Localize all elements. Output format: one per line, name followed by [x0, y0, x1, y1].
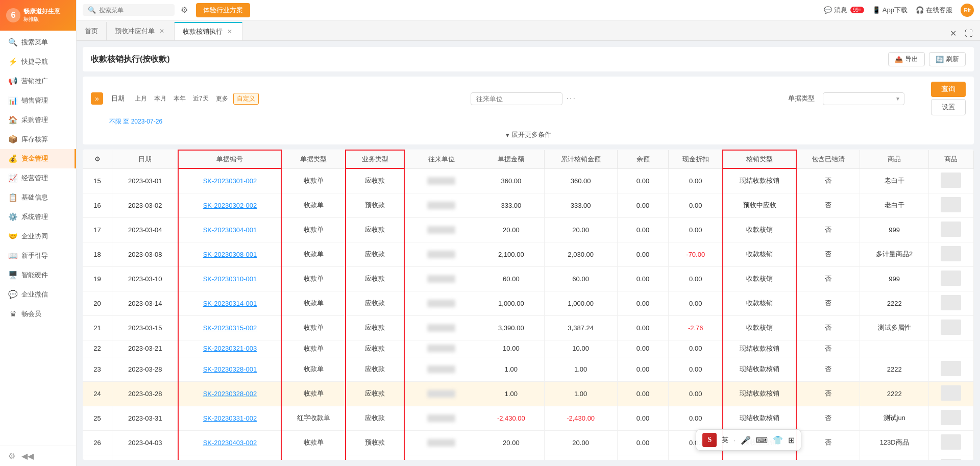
col-header-cancel-type: 核销类型	[723, 150, 796, 168]
tab-prepayment-close[interactable]: ✕	[158, 27, 166, 35]
app-download-button[interactable]: 📱 App下载	[872, 6, 908, 15]
filter-expand-button[interactable]: »	[91, 92, 103, 105]
cell-goods-5: 2222	[860, 291, 928, 315]
sidebar-item-wechat[interactable]: 💬 企业微信	[0, 285, 76, 304]
cell-include-settled-4: 否	[796, 266, 860, 291]
sidebar-icon-operation: 📈	[8, 174, 17, 183]
search-input[interactable]	[99, 7, 160, 14]
col-header-settings[interactable]: ⚙	[83, 150, 112, 168]
cell-balance-12: 0.00	[617, 455, 669, 460]
main-area: 🔍 ⚙ 体验行业方案 💬 消息 99+ 📱 App下载 🎧 在线客服 Rit	[77, 0, 980, 466]
cell-num-4: 19	[83, 266, 112, 291]
order-no-link-10[interactable]: SK-20230331-002	[203, 414, 257, 422]
order-no-link-3[interactable]: SK-20230308-001	[203, 251, 257, 258]
table-row: 26 2023-04-03 SK-20230403-002 收款单 预收款 ██…	[83, 430, 974, 455]
sidebar-item-purchase[interactable]: 🏠 采购管理	[0, 110, 76, 130]
tab-prepayment[interactable]: 预收冲应付单 ✕	[107, 22, 175, 40]
sidebar-item-search[interactable]: 🔍 搜索菜单	[0, 33, 76, 52]
sidebar-item-operation[interactable]: 📈 经营管理	[0, 168, 76, 188]
ime-shirt-icon[interactable]: 👕	[773, 435, 783, 445]
cell-cancel-type-9: 现结收款核销	[723, 381, 796, 406]
table-row: 15 2023-03-01 SK-20230301-002 收款单 应收款 ██…	[83, 168, 974, 193]
logo-icon: 6	[6, 8, 20, 22]
cell-balance-5: 0.00	[617, 291, 669, 315]
collapse-icon[interactable]: ◀◀	[21, 451, 34, 461]
export-icon: 📤	[895, 56, 903, 63]
date-opt-last-month[interactable]: 上月	[133, 93, 149, 104]
tab-close-icon[interactable]: ✕	[948, 27, 959, 40]
sidebar-item-vip[interactable]: ♛ 畅会员	[0, 304, 76, 324]
order-no-link-11[interactable]: SK-20230403-002	[203, 439, 257, 447]
settings-icon[interactable]: ⚙	[8, 451, 15, 461]
date-opt-custom[interactable]: 自定义	[233, 93, 259, 105]
order-no-link-9[interactable]: SK-20230328-002	[203, 390, 257, 398]
tab-maximize-icon[interactable]: ⛶	[963, 27, 975, 40]
cell-goods-6: 测试多属性	[860, 315, 928, 340]
cell-amount-2: 20.00	[478, 217, 544, 242]
sidebar-item-system[interactable]: ⚙️ 系统管理	[0, 207, 76, 227]
order-no-link-4[interactable]: SK-20230310-001	[203, 275, 257, 283]
order-type-select[interactable]	[823, 92, 904, 105]
message-label: 消息	[834, 6, 847, 15]
sidebar-label-vip: 畅会员	[21, 309, 41, 318]
order-no-link-7[interactable]: SK-20230321-003	[203, 345, 257, 352]
sidebar-item-hardware[interactable]: 🖥️ 智能硬件	[0, 265, 76, 285]
sidebar-item-quick[interactable]: ⚡ 快捷导航	[0, 52, 76, 71]
user-avatar[interactable]: Rit	[961, 4, 974, 17]
cell-include-settled-1: 否	[796, 193, 860, 217]
order-no-link-8[interactable]: SK-20230328-001	[203, 365, 257, 373]
cell-num-12: 27	[83, 455, 112, 460]
tab-home[interactable]: 首页	[77, 22, 107, 40]
cell-order-type-10: 红字收款单	[281, 406, 345, 430]
cell-date-2: 2023-03-04	[112, 217, 179, 242]
order-no-link-1[interactable]: SK-20230302-002	[203, 202, 257, 209]
ime-grid-icon[interactable]: ⊞	[788, 435, 795, 445]
refresh-button[interactable]: 🔄 刷新	[929, 52, 966, 66]
ime-voice-icon[interactable]: 🎤	[741, 435, 751, 445]
message-button[interactable]: 💬 消息 99+	[824, 6, 864, 15]
sidebar-item-finance[interactable]: 💰 资金管理	[0, 149, 76, 168]
ime-keyboard-icon[interactable]: ⌨	[756, 435, 768, 445]
filter-settings-button[interactable]: 设置	[931, 99, 966, 115]
tab-collection-close[interactable]: ✕	[226, 28, 234, 36]
order-no-link-2[interactable]: SK-20230304-001	[203, 226, 257, 234]
sidebar-icon-search: 🔍	[8, 38, 17, 47]
cell-goods-0: 老白干	[860, 168, 928, 193]
sidebar-item-marketing[interactable]: 📢 营销推广	[0, 71, 76, 91]
tab-collection[interactable]: 收款核销执行 ✕	[175, 22, 242, 40]
table-wrapper[interactable]: ⚙ 日期 单据编号 单据类型 业务类型 往来单位 单据金额 累计核销金额 余额 …	[83, 150, 974, 460]
partner-dots[interactable]: ···	[567, 94, 576, 103]
date-opt-this-year[interactable]: 本年	[172, 93, 188, 104]
sidebar-item-enterprise[interactable]: 🤝 企业协同	[0, 227, 76, 246]
sidebar-label-basic: 基础信息	[21, 193, 48, 202]
date-opt-more[interactable]: 更多	[214, 93, 230, 104]
trial-button[interactable]: 体验行业方案	[196, 3, 250, 17]
expand-more-button[interactable]: ▾ 展开更多条件	[91, 130, 966, 139]
sidebar-item-sales[interactable]: 📊 销售管理	[0, 91, 76, 110]
page-header: 收款核销执行(按收款) 📤 导出 🔄 刷新	[83, 47, 974, 71]
cell-biz-type-11: 预收款	[346, 430, 404, 455]
partner-value-5: ██████	[427, 300, 455, 307]
order-no-link-0[interactable]: SK-20230301-002	[203, 177, 257, 185]
search-area[interactable]: 🔍	[83, 4, 175, 16]
export-button[interactable]: 📤 导出	[888, 52, 925, 66]
sidebar-item-guide[interactable]: 📖 新手引导	[0, 246, 76, 265]
sidebar-item-basic[interactable]: 📋 基础信息	[0, 188, 76, 207]
date-opt-this-month[interactable]: 本月	[152, 93, 168, 104]
online-service-button[interactable]: 🎧 在线客服	[916, 6, 952, 15]
date-opt-7days[interactable]: 近7天	[191, 93, 211, 104]
cell-order-no-0: SK-20230301-002	[178, 168, 281, 193]
query-button[interactable]: 查询	[931, 82, 966, 97]
sidebar: 6 畅康道好生意 标推版 🔍 搜索菜单 ⚡ 快捷导航 📢 营销推广 📊 销售管理…	[0, 0, 77, 466]
order-no-link-5[interactable]: SK-20230314-001	[203, 300, 257, 307]
cell-order-type-3: 收款单	[281, 242, 345, 266]
cell-order-type-7: 收款单	[281, 340, 345, 357]
order-no-link-6[interactable]: SK-20230315-002	[203, 324, 257, 332]
gear-icon[interactable]: ⚙	[181, 5, 188, 15]
sidebar-icon-wechat: 💬	[8, 290, 17, 299]
partner-input[interactable]	[471, 92, 562, 105]
ime-chinese-icon[interactable]: 英	[722, 435, 728, 445]
sidebar-item-inventory[interactable]: 📦 库存核算	[0, 130, 76, 149]
partner-value-8: ██████	[427, 365, 455, 373]
col-header-include-settled: 包含已结清	[796, 150, 860, 168]
